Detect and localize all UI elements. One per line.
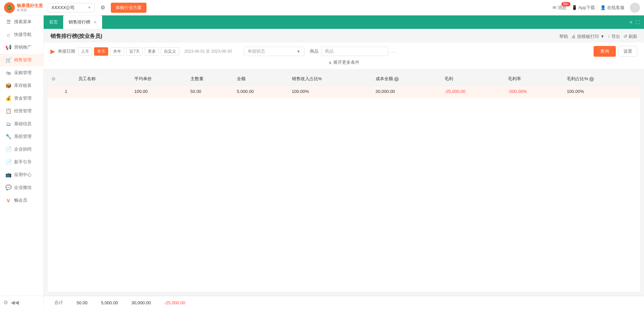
cell-settings	[47, 86, 61, 98]
purchase-icon: 🛍	[5, 70, 11, 76]
print-button[interactable]: 🖨 按模板打印 ▼	[571, 34, 605, 40]
query-button[interactable]: 查询	[594, 46, 616, 57]
filter-section: ▶ 单据日期 上月 本月 本年 近7天 更多 自定义 2023-06-01 至 …	[44, 43, 644, 69]
status-filter[interactable]: 单据状态 ▼	[244, 47, 304, 56]
table-settings-icon[interactable]: ⚙	[51, 76, 56, 82]
sidebar-item-label: 畅会员	[14, 197, 27, 203]
date-btn-this-month[interactable]: 本月	[94, 47, 108, 56]
table-header-row: ⚙ 员工名称 平均单价 主数量 全额 销售收入占比% 成本全额 i 毛利 毛	[47, 72, 640, 86]
col-avg-price: 平均单价	[130, 72, 186, 86]
download-icon: 📱	[572, 5, 577, 10]
sidebar-item-new-guide[interactable]: 📄 新手引导	[0, 156, 43, 168]
col-gross-pct: 毛利占比% i	[563, 72, 640, 86]
sidebar: ☰ 搜索菜单 ⌂ 快捷导航 📢 营销推广 🛒 销售管理 🛍 采购管理 📦 库	[0, 15, 44, 309]
cell-sales-pct: 100.00%	[288, 86, 372, 98]
company-selector[interactable]: XXXXX公司 ▼	[48, 3, 95, 12]
wechat-icon: 💬	[5, 185, 11, 191]
sidebar-item-enterprise-wechat[interactable]: 💬 企业微信	[0, 181, 43, 194]
tab-home[interactable]: 首页	[44, 15, 63, 29]
trial-button[interactable]: 体验行业方案	[111, 3, 146, 13]
tab-sales-ranking-label: 销售排行榜	[69, 19, 90, 25]
date-btn-custom[interactable]: 自定义	[161, 47, 179, 56]
refresh-button[interactable]: ↺ 刷新	[624, 34, 637, 40]
fullscreen-icon[interactable]: ⛶	[636, 20, 640, 25]
sidebar-item-system-mgmt[interactable]: 🔧 系统管理	[0, 130, 43, 143]
app-center-icon: 📺	[5, 172, 11, 178]
close-icon[interactable]: ✕	[94, 20, 97, 24]
logo-text: 畅康通好生意 标准版	[17, 3, 43, 12]
print-icon: 🖨	[571, 34, 576, 39]
app-download-button[interactable]: 📱 App下载	[572, 5, 595, 11]
sidebar-item-quick-nav[interactable]: ⌂ 快捷导航	[0, 28, 43, 41]
sidebar-item-label: 经营管理	[14, 108, 32, 114]
page-title: 销售排行榜(按业务员)	[50, 33, 102, 40]
collapse-sidebar-icon[interactable]: ◀◀	[11, 299, 19, 306]
sidebar-item-vip[interactable]: V 畅会员	[0, 194, 43, 207]
date-btn-this-year[interactable]: 本年	[110, 47, 124, 56]
cell-gross-rate: -500.00%	[504, 86, 563, 98]
sidebar-item-sales-mgmt[interactable]: 🛒 销售管理	[0, 54, 43, 66]
col-rank	[61, 72, 74, 86]
footer-amount: 5,000.00	[101, 300, 118, 305]
logo-sub: 标准版	[17, 8, 43, 12]
cell-rank: 1	[61, 86, 74, 98]
table-footer: 合计 50.00 5,000.00 30,000.00 -25,000.00	[44, 296, 644, 309]
date-range: 2023-06-01 至 2023-06-30	[184, 49, 232, 54]
system-icon: 🔧	[5, 134, 11, 140]
refresh-label: 刷新	[629, 34, 637, 40]
sidebar-item-finance[interactable]: 💰 资金管理	[0, 92, 43, 105]
sidebar-item-label: 快捷导航	[14, 32, 32, 38]
date-btn-last-month[interactable]: 上月	[78, 47, 92, 56]
expand-arrow-icon[interactable]: ▶	[50, 48, 55, 55]
sidebar-item-label: 资金管理	[14, 95, 32, 101]
settings-button[interactable]: 设置	[618, 46, 637, 57]
cell-employee	[74, 86, 130, 98]
sidebar-item-search-order[interactable]: ☰ 搜索菜单	[0, 15, 43, 28]
col-employee: 员工名称	[74, 72, 130, 86]
table-container: ⚙ 员工名称 平均单价 主数量 全额 销售收入占比% 成本全额 i 毛利 毛	[47, 72, 641, 292]
sidebar-item-basic-info[interactable]: 🗂 基础信息	[0, 117, 43, 130]
goods-placeholder: 商品	[325, 48, 385, 54]
sidebar-item-marketing[interactable]: 📢 营销推广	[0, 41, 43, 54]
main-content: 销售排行榜(按业务员) 帮助 🖨 按模板打印 ▼ ↑ 导出	[44, 29, 644, 309]
expand-more-label: 展开更多条件	[333, 59, 359, 65]
page-actions: 帮助 🖨 按模板打印 ▼ ↑ 导出 ↺ 刷新	[559, 34, 637, 40]
date-btn-7days[interactable]: 近7天	[126, 47, 143, 56]
message-button[interactable]: ✉ 消息 99+	[553, 5, 566, 11]
date-options: 上月 本月 本年 近7天 更多 自定义	[78, 47, 179, 56]
col-settings[interactable]: ⚙	[47, 72, 61, 86]
sidebar-item-enterprise-collab[interactable]: 📄 企业协同	[0, 143, 43, 156]
data-table: ⚙ 员工名称 平均单价 主数量 全额 销售收入占比% 成本全额 i 毛利 毛	[47, 72, 640, 98]
sidebar-item-inventory[interactable]: 📦 库存核算	[0, 79, 43, 92]
tab-sales-ranking[interactable]: 销售排行榜 ✕	[63, 15, 102, 29]
sidebar-item-purchase-mgmt[interactable]: 🛍 采购管理	[0, 66, 43, 79]
sidebar-bottom: ⚙ ◀◀	[0, 296, 43, 309]
page-header: 销售排行榜(按业务员) 帮助 🖨 按模板打印 ▼ ↑ 导出	[44, 29, 644, 43]
logo-area: 🐉 畅康通好生意 标准版	[4, 2, 44, 13]
expand-down-icon: ∨	[329, 60, 332, 65]
settings-icon[interactable]: ⚙	[98, 3, 108, 12]
sidebar-item-app-center[interactable]: 📺 应用中心	[0, 168, 43, 181]
date-btn-more[interactable]: 更多	[145, 47, 159, 56]
export-button[interactable]: ↑ 导出	[608, 34, 620, 40]
sidebar-item-label: 库存核算	[14, 83, 32, 89]
message-badge: 99+	[561, 2, 570, 6]
sidebar-item-operations[interactable]: 📋 经营管理	[0, 105, 43, 117]
expand-more-button[interactable]: ∨ 展开更多条件	[329, 59, 359, 65]
sidebar-item-label: 搜索菜单	[14, 19, 32, 25]
company-name: XXXXX公司	[51, 5, 86, 11]
cost-info-icon: i	[394, 77, 399, 82]
close-window-icon[interactable]: ✕	[629, 20, 633, 25]
help-button[interactable]: 帮助	[559, 34, 568, 40]
avatar[interactable]	[630, 3, 640, 13]
sidebar-item-label: 营销推广	[14, 44, 32, 50]
more-filters-icon[interactable]: …	[391, 49, 395, 54]
sidebar-item-label: 销售管理	[14, 57, 32, 63]
online-service-button[interactable]: 👤 在线客服	[600, 5, 625, 11]
goods-label: 商品	[310, 48, 318, 54]
goods-filter[interactable]: 商品	[321, 47, 388, 56]
status-chevron-icon: ▼	[296, 49, 301, 54]
cell-cost: 30,000.00	[372, 86, 440, 98]
settings-bottom-icon[interactable]: ⚙	[3, 299, 8, 306]
sidebar-item-label: 应用中心	[14, 172, 32, 178]
